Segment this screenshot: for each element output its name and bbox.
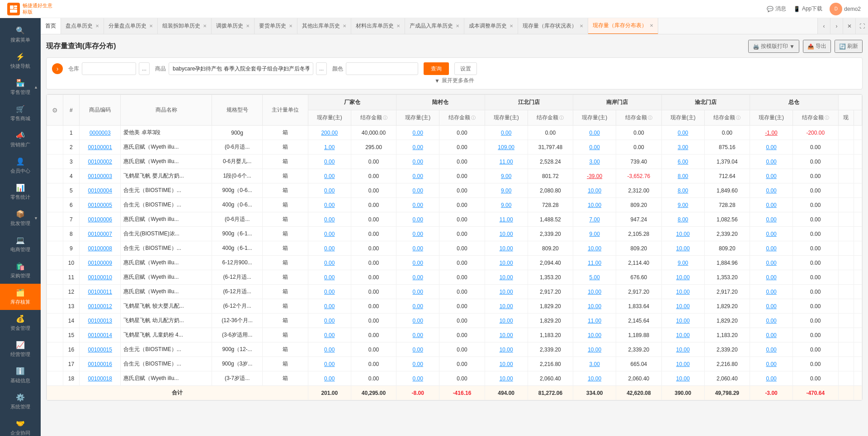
table-cell[interactable]: 00100002 [80,155,121,169]
goods-ellipsis-button[interactable]: ... [316,62,327,75]
table-cell[interactable]: 8.00 [661,169,704,183]
table-cell[interactable]: 0.00 [750,256,793,270]
table-cell[interactable]: 0.00 [396,299,439,314]
tab-other-out[interactable]: 其他出库单历史 ✕ [297,18,351,34]
table-cell[interactable]: 0.00 [308,342,351,357]
table-cell[interactable]: 10.00 [485,371,528,386]
table-cell[interactable]: 0.00 [573,140,616,155]
table-cell[interactable]: 8.00 [661,183,704,198]
table-cell[interactable]: 0.00 [308,299,351,314]
table-cell[interactable]: 0.00 [308,270,351,285]
sidebar-item-basic-info[interactable]: ℹ️ 基础信息 [0,362,41,389]
table-cell[interactable]: 9.00 [661,198,704,212]
table-cell[interactable]: 10.00 [573,328,616,342]
table-cell[interactable]: 0.00 [396,285,439,299]
expand-conditions-button[interactable]: ▼ 展开更多条件 [52,75,857,84]
sidebar-item-operations[interactable]: 📈 经营管理 [0,336,41,362]
table-cell[interactable]: 0.00 [750,155,793,169]
table-cell[interactable]: 0.00 [308,155,351,169]
table-cell[interactable]: 0.00 [308,328,351,342]
table-cell[interactable]: 0.00 [750,198,793,212]
table-cell[interactable]: 0.00 [308,169,351,183]
tab-close-icon[interactable]: ✕ [95,23,99,28]
sidebar-item-members[interactable]: 👤 会员中心 [0,153,41,179]
table-cell[interactable]: 10.00 [485,241,528,256]
sidebar-item-retail[interactable]: 🏪 零售管理 ▲ [0,74,41,100]
table-cell[interactable]: 0.00 [750,169,793,183]
table-cell[interactable]: 10.00 [485,342,528,357]
tab-product-in[interactable]: 产成品入库单历史 ✕ [405,18,464,34]
table-cell[interactable]: 3.00 [573,155,616,169]
tab-inventory-check[interactable]: 盘点单历史 ✕ [61,18,104,34]
table-cell[interactable]: 0.00 [396,371,439,386]
table-cell[interactable]: 10.00 [661,314,704,328]
table-cell[interactable]: 0.00 [396,140,439,155]
table-cell[interactable]: 0.00 [308,227,351,241]
app-download-button[interactable]: 📱 App下载 [793,5,822,13]
tab-next-button[interactable]: › [830,18,843,34]
table-cell[interactable]: 11.00 [573,314,616,328]
expand-button[interactable]: › [52,63,63,74]
tab-close-icon[interactable]: ✕ [343,23,346,28]
table-cell[interactable]: 00100018 [80,371,121,386]
table-cell[interactable]: 0.00 [308,314,351,328]
refresh-button[interactable]: 🔄 刷新 [835,40,863,53]
table-cell[interactable]: 0.00 [308,241,351,256]
tab-close-current-button[interactable]: ✕ [843,18,855,34]
table-cell[interactable]: 6.00 [661,155,704,169]
tab-material-out[interactable]: 材料出库单历史 ✕ [351,18,405,34]
tab-transfer[interactable]: 调拨单历史 ✕ [212,18,255,34]
table-cell[interactable]: 0.00 [308,285,351,299]
table-cell[interactable]: 10.00 [485,270,528,285]
table-cell[interactable]: 9.00 [485,183,528,198]
table-cell[interactable]: 10.00 [573,241,616,256]
tab-prev-button[interactable]: ‹ [817,18,830,34]
table-cell[interactable]: 3.00 [661,140,704,155]
table-cell[interactable]: 10.00 [661,371,704,386]
table-cell[interactable]: 0.00 [750,140,793,155]
sidebar-item-marketing[interactable]: 📣 营销推广 [0,127,41,153]
table-cell[interactable]: 10.00 [573,371,616,386]
sidebar-item-shop[interactable]: 🛒 零售商城 [0,100,41,127]
tab-close-icon[interactable]: ✕ [580,23,583,28]
table-cell[interactable]: 10.00 [573,285,616,299]
sidebar-item-system[interactable]: ⚙️ 系统管理 [0,389,41,415]
sidebar-item-ecommerce[interactable]: 💻 电商管理 [0,231,41,258]
table-cell[interactable]: 0.00 [308,357,351,371]
table-cell[interactable]: 10.00 [661,299,704,314]
table-cell[interactable]: 0.00 [308,198,351,212]
color-input[interactable] [346,62,418,75]
table-cell[interactable]: 10.00 [573,299,616,314]
table-cell[interactable]: 9.00 [661,256,704,270]
table-cell[interactable]: 0.00 [485,126,528,140]
table-cell[interactable]: 9.00 [485,198,528,212]
table-cell[interactable]: 0.00 [750,342,793,357]
table-cell[interactable]: 00100015 [80,342,121,357]
table-cell[interactable]: 0.00 [750,285,793,299]
table-cell[interactable]: 0.00 [750,270,793,285]
tab-cost-adjust[interactable]: 成本调整单历史 ✕ [464,18,518,34]
table-cell[interactable]: 00100003 [80,169,121,183]
table-cell[interactable]: 10.00 [661,285,704,299]
table-cell[interactable]: 00100012 [80,299,121,314]
tab-close-icon[interactable]: ✕ [149,23,153,28]
table-cell[interactable]: 10.00 [661,328,704,342]
table-cell[interactable]: 0.00 [396,328,439,342]
sidebar-item-retail-stats[interactable]: 📊 零售统计 [0,179,41,205]
table-cell[interactable]: 109.00 [485,140,528,155]
table-cell[interactable]: 00100014 [80,328,121,342]
table-cell[interactable]: 00100001 [80,140,121,155]
table-cell[interactable]: 10.00 [485,227,528,241]
table-cell[interactable]: 0.00 [750,299,793,314]
table-cell[interactable]: 0.00 [750,212,793,227]
table-cell[interactable]: 00100016 [80,357,121,371]
user-avatar[interactable]: D demo2 [830,3,861,15]
table-cell[interactable]: 10.00 [661,241,704,256]
print-button[interactable]: 🖨️ 按模版打印 ▼ [748,40,799,53]
tab-close-icon[interactable]: ✕ [203,23,207,28]
table-cell[interactable]: 0.00 [573,126,616,140]
table-cell[interactable]: 10.00 [573,342,616,357]
table-cell[interactable]: 10.00 [485,357,528,371]
table-cell[interactable]: 11.00 [573,256,616,270]
sidebar-item-purchase[interactable]: 🛍️ 采购管理 [0,258,41,284]
